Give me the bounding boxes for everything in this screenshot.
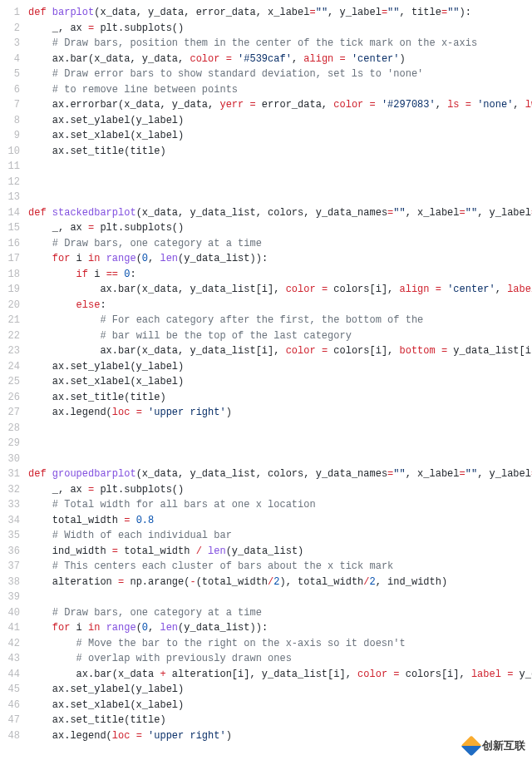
code-line: _, ax = plt.subplots()	[28, 220, 532, 236]
code-line: # Draw bars, one category at a time	[28, 605, 532, 621]
code-line: # bar will be the top of the last catego…	[28, 328, 532, 344]
line-number: 9	[0, 128, 20, 144]
line-number: 31	[0, 466, 20, 482]
code-line: # For each category after the first, the…	[28, 313, 532, 328]
line-number: 34	[0, 513, 20, 529]
code-line: for i in range(0, len(y_data_list)):	[28, 620, 532, 636]
code-line: else:	[28, 298, 532, 313]
line-number: 33	[0, 497, 20, 513]
line-number: 44	[0, 667, 20, 683]
code-line: ax.errorbar(x_data, y_data, yerr = error…	[28, 97, 532, 113]
code-line: ax.set_ylabel(y_label)	[28, 113, 532, 129]
code-line: ax.set_title(title)	[28, 144, 532, 160]
code-line: def stackedbarplot(x_data, y_data_list, …	[28, 205, 532, 221]
line-number: 21	[0, 313, 20, 328]
line-number: 17	[0, 251, 20, 267]
code-listing: 1234567891011121314151617181920212223242…	[0, 0, 532, 743]
line-number: 15	[0, 220, 20, 236]
line-number: 14	[0, 205, 20, 221]
line-number: 1	[0, 5, 20, 21]
line-number: 39	[0, 590, 20, 605]
line-number-gutter: 1234567891011121314151617181920212223242…	[0, 5, 28, 743]
line-number: 47	[0, 713, 20, 728]
code-line: alteration = np.arange(-(total_width/2),…	[28, 575, 532, 590]
line-number: 30	[0, 452, 20, 467]
code-line: for i in range(0, len(y_data_list)):	[28, 251, 532, 267]
code-line: ax.set_xlabel(x_label)	[28, 128, 532, 144]
code-line: ax.set_ylabel(y_label)	[28, 359, 532, 375]
code-line: total_width = 0.8	[28, 513, 532, 529]
code-line: _, ax = plt.subplots()	[28, 482, 532, 498]
watermark: 创新互联	[464, 738, 525, 753]
code-line: def barplot(x_data, y_data, error_data, …	[28, 5, 532, 21]
line-number: 41	[0, 620, 20, 636]
line-number: 10	[0, 144, 20, 160]
line-number: 32	[0, 482, 20, 498]
line-number: 46	[0, 698, 20, 713]
line-number: 3	[0, 36, 20, 52]
line-number: 13	[0, 190, 20, 205]
code-line: ax.set_xlabel(x_label)	[28, 698, 532, 713]
code-line: # Total width for all bars at one x loca…	[28, 497, 532, 513]
code-body[interactable]: def barplot(x_data, y_data, error_data, …	[28, 5, 532, 743]
line-number: 18	[0, 267, 20, 283]
line-number: 22	[0, 328, 20, 344]
code-line	[28, 452, 532, 467]
line-number: 4	[0, 52, 20, 67]
line-number: 27	[0, 405, 20, 421]
code-line: ax.set_xlabel(x_label)	[28, 374, 532, 390]
code-line: _, ax = plt.subplots()	[28, 21, 532, 37]
line-number: 6	[0, 82, 20, 98]
code-line: # to remove line between points	[28, 82, 532, 98]
code-line: # Draw bars, position them in the center…	[28, 36, 532, 52]
code-line: ax.set_title(title)	[28, 713, 532, 728]
line-number: 40	[0, 605, 20, 621]
code-line: ax.legend(loc = 'upper right')	[28, 728, 532, 744]
code-line: ax.bar(x_data, y_data_list[i], color = c…	[28, 282, 532, 298]
line-number: 43	[0, 651, 20, 667]
line-number: 28	[0, 421, 20, 437]
line-number: 26	[0, 390, 20, 406]
line-number: 7	[0, 97, 20, 113]
line-number: 16	[0, 236, 20, 252]
watermark-logo-icon	[461, 735, 481, 756]
code-line: # This centers each cluster of bars abou…	[28, 559, 532, 575]
code-line: def groupedbarplot(x_data, y_data_list, …	[28, 466, 532, 482]
code-line: ind_width = total_width / len(y_data_lis…	[28, 544, 532, 560]
code-line	[28, 421, 532, 437]
line-number: 36	[0, 544, 20, 560]
code-line: # Draw bars, one category at a time	[28, 236, 532, 252]
code-line	[28, 190, 532, 205]
line-number: 2	[0, 21, 20, 37]
line-number: 19	[0, 282, 20, 298]
code-line	[28, 175, 532, 190]
code-line: ax.bar(x_data + alteration[i], y_data_li…	[28, 667, 532, 683]
line-number: 42	[0, 636, 20, 652]
line-number: 48	[0, 728, 20, 744]
line-number: 20	[0, 298, 20, 313]
line-number: 23	[0, 343, 20, 359]
code-line: # Move the bar to the right on the x-axi…	[28, 636, 532, 652]
code-line	[28, 590, 532, 605]
code-line	[28, 436, 532, 452]
line-number: 5	[0, 67, 20, 82]
code-line: # Draw error bars to show standard devia…	[28, 67, 532, 82]
code-line: ax.bar(x_data, y_data, color = '#539caf'…	[28, 52, 532, 67]
watermark-text: 创新互联	[482, 738, 525, 753]
line-number: 37	[0, 559, 20, 575]
code-line	[28, 159, 532, 175]
line-number: 29	[0, 436, 20, 452]
line-number: 12	[0, 175, 20, 190]
code-line: ax.legend(loc = 'upper right')	[28, 405, 532, 421]
code-line: # overlap with previously drawn ones	[28, 651, 532, 667]
line-number: 11	[0, 159, 20, 175]
code-line: # Width of each individual bar	[28, 528, 532, 544]
line-number: 8	[0, 113, 20, 129]
line-number: 35	[0, 528, 20, 544]
code-line: ax.bar(x_data, y_data_list[i], color = c…	[28, 343, 532, 359]
line-number: 45	[0, 682, 20, 698]
line-number: 25	[0, 374, 20, 390]
line-number: 38	[0, 575, 20, 590]
code-line: ax.set_title(title)	[28, 390, 532, 406]
line-number: 24	[0, 359, 20, 375]
